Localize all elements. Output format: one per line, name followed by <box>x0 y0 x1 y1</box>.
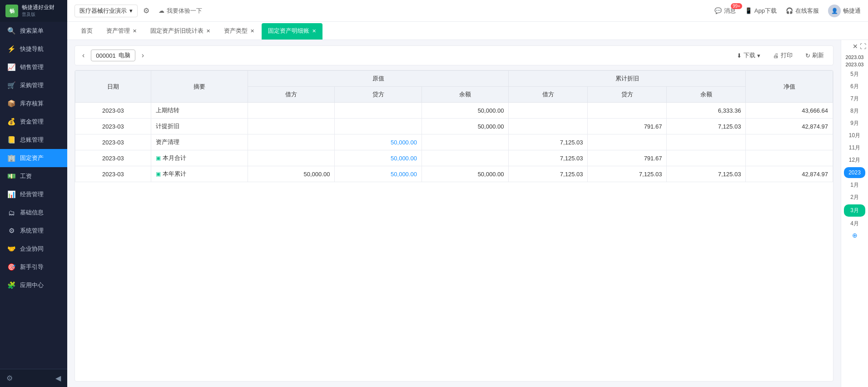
timeline-month-item[interactable]: 4月 <box>841 218 868 230</box>
building-icon: 🏢 <box>7 154 15 162</box>
sidebar-item-quicknav[interactable]: ⚡ 快捷导航 <box>0 40 67 58</box>
sidebar-item-label: 工资 <box>20 172 32 180</box>
topbar: 医疗器械行业演示 ▾ ⚙ ☁ 我要体验一下 💬 消息 99+ 📱 App下载 🎧… <box>67 0 868 22</box>
cell-dep-credit <box>588 103 667 119</box>
sidebar-scroll: 🔍 搜索菜单 ⚡ 快捷导航 📈 销售管理 🛒 采购管理 📦 库存核算 💰 资金管… <box>0 22 67 369</box>
tab-close-icon[interactable]: ✕ <box>133 29 137 34</box>
message-btn[interactable]: 💬 消息 99+ <box>714 7 736 15</box>
prev-asset-btn[interactable]: ‹ <box>80 50 86 60</box>
apps-icon: 🧩 <box>7 281 15 289</box>
sidebar-item-label: 企业协同 <box>20 245 44 253</box>
sidebar-item-ledger[interactable]: 📒 总账管理 <box>0 131 67 149</box>
user-btn[interactable]: 👤 畅捷通 <box>828 5 861 17</box>
timeline-month-item[interactable]: 11月 <box>841 142 868 154</box>
cell-dep-credit: 7,125.03 <box>588 166 667 182</box>
tab-depreciation[interactable]: 固定资产折旧统计表 ✕ <box>144 23 217 40</box>
cloud-icon: ☁ <box>159 7 164 14</box>
sidebar-item-finance[interactable]: 💰 资金管理 <box>0 113 67 131</box>
sidebar-item-salary[interactable]: 💵 工资 <box>0 167 67 185</box>
col-dep-credit: 贷方 <box>588 87 667 103</box>
cell-orig-balance: 50,000.00 <box>422 103 509 119</box>
sidebar-item-apps[interactable]: 🧩 应用中心 <box>0 276 67 294</box>
cell-dep-debit <box>509 119 588 134</box>
timeline-month-item[interactable]: 8月 <box>841 105 868 117</box>
toolbar-right: ⬇ 下载 ▾ 🖨 打印 ↻ 刷新 <box>733 50 828 61</box>
cell-date: 2023-03 <box>75 150 151 166</box>
cell-dep-credit <box>588 134 667 150</box>
cell-orig-debit: 50,000.00 <box>248 166 335 182</box>
refresh-btn[interactable]: ↻ 刷新 <box>802 50 828 61</box>
timeline-month-item[interactable]: 7月 <box>841 93 868 105</box>
cell-orig-credit: 50,000.00 <box>335 134 422 150</box>
close-panel-btn[interactable]: ✕ <box>853 43 858 50</box>
tab-close-icon[interactable]: ✕ <box>206 29 210 34</box>
refresh-label: 刷新 <box>812 51 824 60</box>
tab-label: 固定资产折旧统计表 <box>150 27 203 35</box>
sidebar-item-collab[interactable]: 🤝 企业协同 <box>0 240 67 258</box>
timeline-end-date: 2023.03 <box>841 61 868 68</box>
sidebar-item-sales[interactable]: 📈 销售管理 <box>0 58 67 76</box>
tab-detail[interactable]: 固定资产明细账 ✕ <box>262 23 322 40</box>
tab-home[interactable]: 首页 <box>74 23 99 40</box>
sidebar-item-operations[interactable]: 📊 经营管理 <box>0 185 67 203</box>
company-selector[interactable]: 医疗器械行业演示 ▾ <box>74 5 138 17</box>
detail-table: 日期 摘要 原值 累计折旧 净值 借方 贷方 余额 借方 贷方 余额 <box>74 70 833 382</box>
row-icon: ▣ <box>156 155 161 161</box>
timeline-month-item[interactable]: 6月 <box>841 80 868 93</box>
topbar-settings-icon[interactable]: ⚙ <box>143 6 149 15</box>
tab-close-icon[interactable]: ✕ <box>312 29 316 34</box>
tab-close-icon[interactable]: ✕ <box>250 29 254 34</box>
tab-assets[interactable]: 资产管理 ✕ <box>100 23 143 40</box>
sidebar-item-label: 固定资产 <box>20 154 44 162</box>
sidebar-item-guide[interactable]: 🎯 新手引导 <box>0 258 67 276</box>
sidebar-item-label: 系统管理 <box>20 227 44 235</box>
footer-settings-icon[interactable]: ⚙ <box>6 374 13 382</box>
tab-label: 首页 <box>81 27 93 35</box>
col-dep-debit: 借方 <box>509 87 588 103</box>
cell-dep-balance: 7,125.03 <box>667 119 746 134</box>
sidebar-item-basic-info[interactable]: 🗂 基础信息 <box>0 203 67 222</box>
sidebar-item-purchase[interactable]: 🛒 采购管理 <box>0 76 67 94</box>
sidebar-footer: ⚙ ◀ <box>0 369 67 387</box>
collapse-sidebar-icon[interactable]: ◀ <box>55 374 61 382</box>
sidebar-item-system[interactable]: ⚙ 系统管理 <box>0 222 67 240</box>
cell-dep-debit: 7,125.03 <box>509 134 588 150</box>
sidebar-item-search[interactable]: 🔍 搜索菜单 <box>0 22 67 40</box>
timeline-scroll-down-btn[interactable]: ⊕ <box>841 230 868 241</box>
cell-orig-balance: 50,000.00 <box>422 166 509 182</box>
message-icon: 💬 <box>714 7 722 14</box>
expand-panel-btn[interactable]: ⛶ <box>860 43 866 50</box>
timeline-month-item[interactable]: 3月 <box>844 204 865 217</box>
cell-orig-credit: 50,000.00 <box>335 166 422 182</box>
sidebar-item-fixed-assets[interactable]: 🏢 固定资产 <box>0 149 67 167</box>
service-btn[interactable]: 🎧 在线客服 <box>786 7 819 15</box>
tab-category[interactable]: 资产类型 ✕ <box>218 23 261 40</box>
sidebar-header: 畅 畅捷通好业财 普及版 <box>0 0 67 22</box>
col-dep-balance: 余额 <box>667 87 746 103</box>
timeline-month-item[interactable]: 2月 <box>841 191 868 203</box>
refresh-icon: ↻ <box>805 52 810 59</box>
timeline-month-item[interactable]: 9月 <box>841 117 868 129</box>
topbar-right: 💬 消息 99+ 📱 App下载 🎧 在线客服 👤 畅捷通 <box>714 5 861 17</box>
cell-summary: 计提折旧 <box>151 119 248 134</box>
cell-net-value: 42,874.97 <box>746 166 833 182</box>
tabs-bar: 首页 资产管理 ✕ 固定资产折旧统计表 ✕ 资产类型 ✕ 固定资产明细账 ✕ <box>67 22 868 40</box>
print-btn[interactable]: 🖨 打印 <box>769 50 796 61</box>
content-area: ‹ 000001 电脑 › ⬇ 下载 ▾ 🖨 打印 <box>67 40 868 387</box>
col-date: 日期 <box>75 71 151 103</box>
sidebar-item-inventory[interactable]: 📦 库存核算 <box>0 94 67 113</box>
timeline-month-item[interactable]: 10月 <box>841 129 868 142</box>
next-asset-btn[interactable]: › <box>140 50 146 60</box>
chart-icon: 📈 <box>7 63 15 71</box>
timeline-month-item[interactable]: 12月 <box>841 154 868 166</box>
timeline-month-item[interactable]: 5月 <box>841 68 868 80</box>
timeline-month-item[interactable]: 1月 <box>841 179 868 191</box>
tab-label: 资产管理 <box>106 27 130 35</box>
download-icon: 📱 <box>745 7 752 14</box>
main-content: ‹ 000001 电脑 › ⬇ 下载 ▾ 🖨 打印 <box>67 40 841 387</box>
experience-btn[interactable]: ☁ 我要体验一下 <box>159 7 202 15</box>
download-btn[interactable]: 📱 App下载 <box>745 7 777 15</box>
cell-orig-debit <box>248 119 335 134</box>
sidebar-item-label: 快捷导航 <box>20 45 44 53</box>
download-btn[interactable]: ⬇ 下载 ▾ <box>733 50 764 61</box>
